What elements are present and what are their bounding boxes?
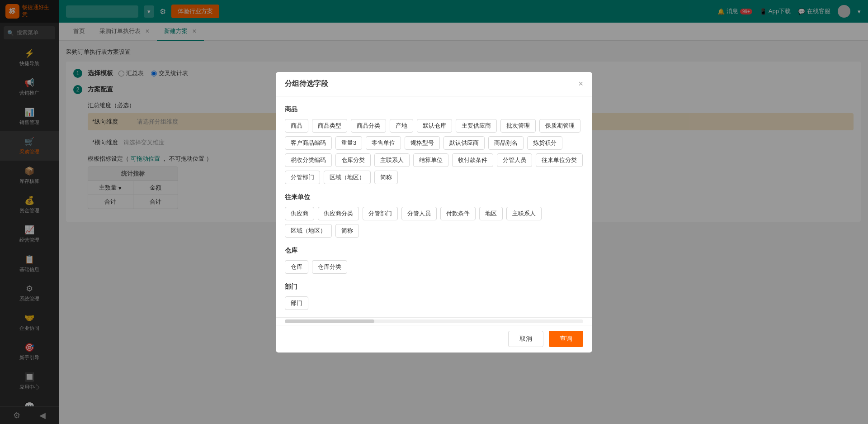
section-transaction: 往来单位 供应商 供应商分类 分管部门 分管人员 付款条件 地区 主联系人 区域… [285, 193, 583, 238]
confirm-button[interactable]: 查询 [549, 331, 583, 347]
transaction-chips: 供应商 供应商分类 分管部门 分管人员 付款条件 地区 主联系人 区域（地区） … [285, 207, 583, 238]
chip-mgmt-person[interactable]: 分管人员 [401, 207, 437, 220]
section-product-title: 商品 [285, 105, 583, 114]
cancel-button[interactable]: 取消 [508, 331, 543, 347]
chip-short-name[interactable]: 简称 [374, 171, 398, 184]
section-department: 部门 部门 [285, 283, 583, 310]
chip-retail-unit[interactable]: 零售单位 [366, 136, 401, 150]
chip-product[interactable]: 商品 [285, 119, 308, 133]
chip-product-alias[interactable]: 商品别名 [488, 136, 524, 150]
chip-main-contact[interactable]: 主联系人 [374, 153, 410, 167]
chip-payment-terms[interactable]: 收付款条件 [452, 153, 493, 167]
chip-supplier[interactable]: 供应商 [285, 207, 314, 220]
chip-dept[interactable]: 分管部门 [285, 171, 320, 184]
section-department-title: 部门 [285, 283, 583, 291]
chip-mgmt-dept[interactable]: 分管部门 [363, 207, 398, 220]
chip-department[interactable]: 部门 [285, 296, 308, 310]
chip-product-type[interactable]: 商品类型 [312, 119, 347, 133]
chip-warehouse-category[interactable]: 仓库分类 [312, 260, 347, 274]
field-select-modal: 分组待选字段 × 商品 商品 商品类型 商品分类 产地 默认仓库 主要供应商 批… [276, 72, 592, 353]
modal-overlay: 分组待选字段 × 商品 商品 商品类型 商品分类 产地 默认仓库 主要供应商 批… [0, 0, 868, 424]
chip-region[interactable]: 区域（地区） [324, 171, 371, 184]
chip-customer-code[interactable]: 客户商品编码 [285, 136, 332, 150]
modal-hscroll [276, 317, 592, 325]
chip-short-name2[interactable]: 简称 [335, 224, 359, 238]
modal-body: 商品 商品 商品类型 商品分类 产地 默认仓库 主要供应商 批次管理 保质期管理… [276, 96, 592, 317]
chip-payment-cond[interactable]: 付款条件 [440, 207, 476, 220]
chip-pick-points[interactable]: 拣货积分 [527, 136, 562, 150]
modal-header: 分组待选字段 × [276, 72, 592, 96]
section-warehouse-title: 仓库 [285, 247, 583, 255]
chip-tax-code[interactable]: 税收分类编码 [285, 153, 332, 167]
hscroll-thumb[interactable] [285, 319, 374, 323]
department-chips: 部门 [285, 296, 583, 310]
modal-footer: 取消 查询 [276, 325, 592, 353]
chip-default-warehouse[interactable]: 默认仓库 [417, 119, 452, 133]
hscroll-track[interactable] [285, 319, 583, 323]
chip-region2[interactable]: 区域（地区） [285, 224, 332, 238]
chip-weight3[interactable]: 重量3 [335, 136, 362, 150]
warehouse-chips: 仓库 仓库分类 [285, 260, 583, 274]
chip-shelf-life[interactable]: 保质期管理 [539, 119, 580, 133]
chip-origin[interactable]: 产地 [390, 119, 413, 133]
section-product: 商品 商品 商品类型 商品分类 产地 默认仓库 主要供应商 批次管理 保质期管理… [285, 105, 583, 184]
modal-close-button[interactable]: × [578, 79, 583, 89]
chip-warehouse-cat[interactable]: 仓库分类 [335, 153, 371, 167]
chip-batch-mgmt[interactable]: 批次管理 [500, 119, 536, 133]
chip-area[interactable]: 地区 [479, 207, 503, 220]
chip-transaction-cat[interactable]: 往来单位分类 [536, 153, 583, 167]
chip-main-contact2[interactable]: 主联系人 [506, 207, 542, 220]
chip-supplier-cat[interactable]: 供应商分类 [318, 207, 359, 220]
modal-title: 分组待选字段 [285, 79, 328, 89]
chip-product-category[interactable]: 商品分类 [351, 119, 386, 133]
chip-settlement-unit[interactable]: 结算单位 [413, 153, 448, 167]
chip-spec-model[interactable]: 规格型号 [405, 136, 440, 150]
product-chips: 商品 商品类型 商品分类 产地 默认仓库 主要供应商 批次管理 保质期管理 客户… [285, 119, 583, 184]
section-transaction-title: 往来单位 [285, 193, 583, 201]
chip-default-supplier[interactable]: 默认供应商 [443, 136, 485, 150]
section-warehouse: 仓库 仓库 仓库分类 [285, 247, 583, 274]
chip-main-supplier[interactable]: 主要供应商 [456, 119, 497, 133]
chip-warehouse[interactable]: 仓库 [285, 260, 308, 274]
chip-supervisor[interactable]: 分管人员 [497, 153, 532, 167]
